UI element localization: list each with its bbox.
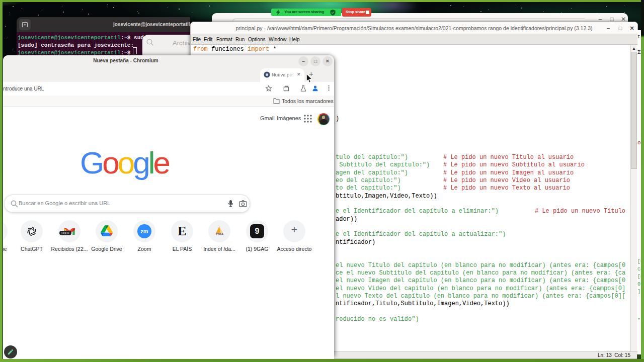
svg-text:PMA: PMA [216,232,224,236]
